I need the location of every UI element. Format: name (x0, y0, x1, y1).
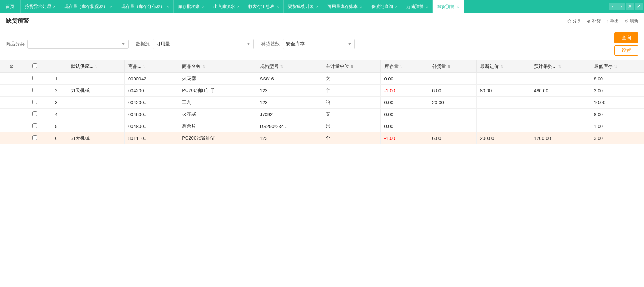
row-seq: 1 (45, 73, 67, 85)
settings-button[interactable]: 设置 (614, 45, 638, 56)
category-value (31, 41, 32, 47)
tab-close-icon[interactable]: × (110, 4, 112, 9)
tab-order-stats[interactable]: 要货单统计表× (284, 0, 323, 13)
tab-inout-flow[interactable]: 出入库流水× (209, 0, 244, 13)
row-replenish: 6.00 (428, 85, 477, 97)
row-checkbox[interactable] (32, 135, 37, 140)
tab-batch-account[interactable]: 库存批次账× (174, 0, 209, 13)
tab-close-icon[interactable]: × (167, 4, 169, 9)
query-button[interactable]: 查询 (614, 32, 638, 43)
tab-available-book[interactable]: 可用量库存账本× (323, 0, 367, 13)
row-checkbox-cell (24, 109, 45, 120)
row-sku: 004200... (125, 97, 178, 109)
tab-close-icon[interactable]: × (237, 4, 239, 9)
row-checkbox[interactable] (32, 88, 37, 92)
tab-close-icon[interactable]: × (53, 4, 55, 9)
export-button[interactable]: ↑ 导出 (606, 18, 619, 24)
row-name: 离合片 (178, 120, 256, 132)
tab-expiry-query[interactable]: 保质期查询× (367, 0, 402, 13)
tab-close-icon[interactable]: × (426, 4, 428, 9)
th-latest-price[interactable]: 最新进价⇅ (476, 60, 530, 73)
tab-inventory-dist[interactable]: 现存量（库存分布表）× (117, 0, 174, 13)
page-header: 缺货预警 ⬡ 分享 ⊕ 补货 ↑ 导出 ↺ 刷新 (0, 13, 644, 28)
row-checkbox[interactable] (32, 100, 37, 104)
th-unit[interactable]: 主计量单位⇅ (322, 60, 380, 73)
datasource-select[interactable]: 可用量 ▼ (153, 39, 254, 49)
gear-settings-icon[interactable]: ⚙ (9, 63, 14, 69)
tab-label: 现存量（库存分布表） (121, 4, 165, 10)
row-checkbox[interactable] (32, 123, 37, 128)
th-est-purchase[interactable]: 预计采购...⇅ (530, 60, 590, 73)
tab-close-icon[interactable]: × (395, 4, 397, 9)
row-seq: 6 (45, 132, 67, 144)
th-min-stock[interactable]: 最低库存⇅ (590, 60, 644, 73)
share-icon: ⬡ (567, 19, 571, 24)
row-unit: 支 (322, 73, 380, 85)
unit-sort-icon: ⇅ (351, 65, 353, 69)
row-checkbox[interactable] (32, 76, 37, 80)
tab-next-button[interactable]: › (617, 3, 625, 10)
supplier-sort-icon: ⇅ (95, 65, 98, 69)
tab-label: 拣货异常处理 (25, 4, 51, 10)
row-unit: 箱 (322, 97, 380, 109)
tab-home[interactable]: 首页 (0, 0, 21, 13)
row-min-stock: 8.00 (590, 73, 644, 85)
row-replenish (428, 109, 477, 120)
row-name: 火花塞 (178, 73, 256, 85)
tab-prev-button[interactable]: ‹ (609, 3, 617, 10)
tab-label: 收发存汇总表 (248, 4, 274, 10)
row-supplier (67, 109, 125, 120)
th-replenish[interactable]: 补货量⇅ (428, 60, 477, 73)
row-sku: 004200... (125, 85, 178, 97)
category-filter-group: 商品分类 ▼ (6, 40, 129, 49)
row-checkbox[interactable] (32, 111, 37, 116)
row-checkbox-cell (24, 73, 45, 85)
tab-close-icon[interactable]: × (316, 4, 318, 9)
export-icon: ↑ (606, 19, 609, 24)
th-stock[interactable]: 库存量⇅ (380, 60, 428, 73)
row-gear-cell (0, 120, 24, 132)
table-header-row: ⚙ 默认供应...⇅ 商品...⇅ 商品名称⇅ (0, 60, 644, 73)
sku-sort-icon: ⇅ (143, 65, 146, 69)
th-supplier[interactable]: 默认供应...⇅ (67, 60, 125, 73)
tab-close-icon[interactable]: × (360, 4, 362, 9)
th-spec[interactable]: 规格型号⇅ (256, 60, 322, 73)
row-spec: J7092 (256, 109, 322, 120)
th-sku[interactable]: 商品...⇅ (125, 60, 178, 73)
replenish-button[interactable]: ⊕ 补货 (587, 18, 601, 24)
replenish-base-select[interactable]: 安全库存 ▼ (283, 39, 355, 49)
tab-label: 缺货预警 (437, 4, 454, 10)
tab-close-icon[interactable]: × (277, 4, 279, 9)
table-row: 5 004800... 离合片 DS250*23c... 只 0.00 1.00 (0, 120, 644, 132)
row-gear-cell (0, 73, 24, 85)
tab-close-icon[interactable]: × (202, 4, 204, 9)
row-est-purchase (530, 120, 590, 132)
tab-close-all-button[interactable]: ✕ (626, 3, 634, 10)
filter-actions: 查询 设置 (614, 32, 638, 56)
share-button[interactable]: ⬡ 分享 (567, 18, 581, 24)
latest-price-sort-icon: ⇅ (500, 65, 503, 69)
row-est-purchase (530, 109, 590, 120)
row-min-stock: 3.00 (590, 132, 644, 144)
row-latest-price (476, 73, 530, 85)
tab-overstock[interactable]: 超储预警× (402, 0, 433, 13)
row-name: PC200油缸缸子 (178, 85, 256, 97)
tab-receipt-summary[interactable]: 收发存汇总表× (244, 0, 283, 13)
row-replenish: 20.00 (428, 97, 477, 109)
datasource-filter-group: 数据源 可用量 ▼ (136, 39, 254, 49)
row-est-purchase (530, 97, 590, 109)
row-supplier (67, 120, 125, 132)
page-content: 缺货预警 ⬡ 分享 ⊕ 补货 ↑ 导出 ↺ 刷新 商品分类 (0, 13, 644, 287)
refresh-button[interactable]: ↺ 刷新 (625, 18, 638, 24)
row-gear-cell (0, 109, 24, 120)
th-seq (45, 60, 67, 73)
tab-inventory-status[interactable]: 现存量（库存状况表）× (60, 0, 117, 13)
category-select[interactable]: ▼ (27, 40, 129, 49)
th-name[interactable]: 商品名称⇅ (178, 60, 256, 73)
tab-exception[interactable]: 拣货异常处理× (21, 0, 60, 13)
th-gear[interactable]: ⚙ (0, 60, 24, 73)
select-all-checkbox[interactable] (32, 63, 37, 68)
tab-close-icon[interactable]: × (457, 4, 459, 9)
tab-stockout[interactable]: 缺货预警× (433, 0, 464, 13)
tab-maximize-button[interactable]: ⤢ (635, 3, 643, 10)
